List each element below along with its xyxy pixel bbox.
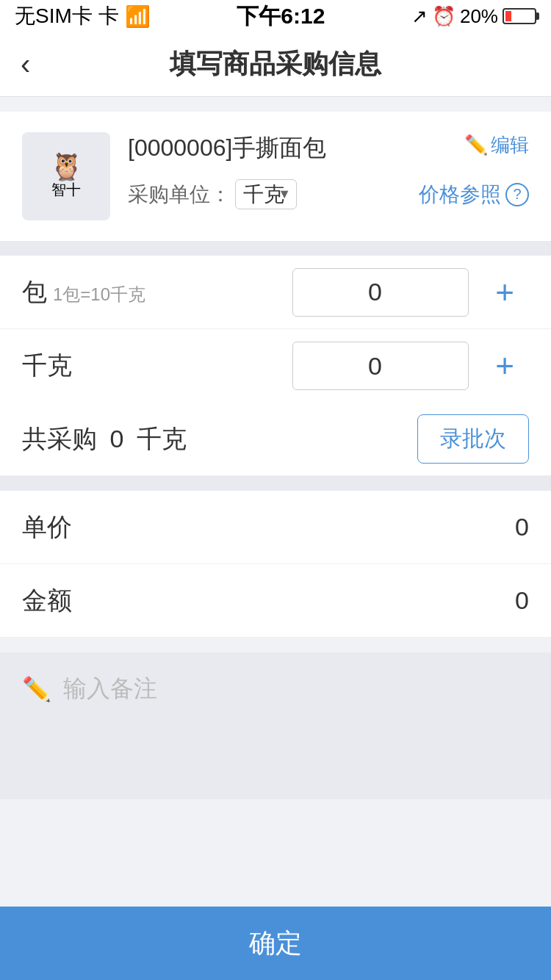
product-header: [0000006]手撕面包 ✏️ 编辑 bbox=[128, 132, 529, 165]
product-info: [0000006]手撕面包 ✏️ 编辑 采购单位： 千克 价格参照 ? bbox=[128, 132, 529, 209]
section-separator-1 bbox=[0, 241, 551, 256]
edit-icon: ✏️ bbox=[464, 134, 488, 156]
product-logo-icon: 🦉 bbox=[50, 154, 83, 180]
package-label: 包1包=10千克 bbox=[22, 275, 145, 309]
unit-select[interactable]: 千克 bbox=[235, 179, 297, 209]
bottom-spacer bbox=[0, 799, 551, 887]
amount-value: 0 bbox=[515, 586, 529, 615]
nav-bar: ‹ 填写商品采购信息 bbox=[0, 32, 551, 97]
location-icon: ↗ bbox=[411, 5, 428, 28]
battery-percentage: 20% bbox=[460, 5, 498, 28]
record-batch-button[interactable]: 录批次 bbox=[417, 414, 529, 464]
alarm-icon: ⏰ bbox=[432, 5, 455, 28]
package-plus-button[interactable]: + bbox=[480, 268, 529, 317]
product-card: 🦉 智十 [0000006]手撕面包 ✏️ 编辑 采购单位： 千克 价格参照 bbox=[0, 112, 551, 241]
pencil-icon: ✏️ bbox=[22, 675, 51, 703]
product-image: 🦉 智十 bbox=[22, 132, 110, 220]
total-amount: 0 bbox=[109, 425, 123, 453]
amount-row: 金额 0 bbox=[0, 564, 551, 638]
wifi-icon: 📶 bbox=[125, 4, 151, 29]
total-unit: 千克 bbox=[137, 425, 187, 453]
package-sublabel: 1包=10千克 bbox=[53, 284, 145, 304]
package-input-field: + bbox=[145, 268, 529, 317]
amount-label: 金额 bbox=[22, 584, 72, 618]
package-input-row: 包1包=10千克 + bbox=[0, 256, 551, 329]
package-number-input[interactable] bbox=[292, 268, 469, 317]
product-name: [0000006]手撕面包 bbox=[128, 132, 326, 165]
back-button[interactable]: ‹ bbox=[21, 48, 30, 81]
confirm-button-label: 确定 bbox=[249, 926, 302, 962]
section-separator-2 bbox=[0, 476, 551, 491]
kg-label: 千克 bbox=[22, 349, 125, 383]
edit-label: 编辑 bbox=[491, 132, 529, 158]
price-ref-label: 价格参照 bbox=[419, 181, 501, 209]
edit-button[interactable]: ✏️ 编辑 bbox=[464, 132, 529, 158]
remark-placeholder: 输入备注 bbox=[63, 673, 157, 705]
price-ref-icon: ? bbox=[505, 183, 529, 206]
kg-input-row: 千克 + bbox=[0, 329, 551, 403]
product-logo-text: 智十 bbox=[50, 180, 83, 200]
unit-prefix: 采购单位： bbox=[128, 181, 231, 209]
confirm-button[interactable]: 确定 bbox=[0, 907, 551, 980]
total-row: 共采购 0 千克 录批次 bbox=[0, 403, 551, 476]
input-section: 包1包=10千克 + 千克 + bbox=[0, 256, 551, 403]
remark-section[interactable]: ✏️ 输入备注 bbox=[0, 652, 551, 799]
kg-plus-button[interactable]: + bbox=[480, 342, 529, 390]
price-value: 0 bbox=[515, 513, 529, 541]
price-label: 单价 bbox=[22, 511, 72, 544]
price-ref-button[interactable]: 价格参照 ? bbox=[419, 181, 529, 209]
status-left: 无SIM卡 卡 📶 bbox=[15, 2, 151, 30]
status-right: ↗ ⏰ 20% bbox=[411, 5, 536, 28]
remark-inner: ✏️ 输入备注 bbox=[22, 673, 529, 705]
product-unit-row: 采购单位： 千克 价格参照 ? bbox=[128, 179, 529, 209]
kg-input-field: + bbox=[125, 342, 529, 390]
unit-select-wrap[interactable]: 千克 bbox=[235, 179, 297, 209]
carrier-label: 无SIM卡 bbox=[15, 2, 93, 30]
sim-card-icon: 卡 bbox=[98, 2, 119, 30]
kg-number-input[interactable] bbox=[292, 342, 469, 390]
page-title: 填写商品采购信息 bbox=[170, 46, 381, 82]
price-row: 单价 0 bbox=[0, 491, 551, 564]
total-prefix: 共采购 bbox=[22, 425, 97, 453]
status-time: 下午6:12 bbox=[237, 1, 325, 32]
total-text: 共采购 0 千克 bbox=[22, 422, 187, 456]
status-bar: 无SIM卡 卡 📶 下午6:12 ↗ ⏰ 20% bbox=[0, 0, 551, 32]
battery-icon bbox=[503, 8, 536, 24]
